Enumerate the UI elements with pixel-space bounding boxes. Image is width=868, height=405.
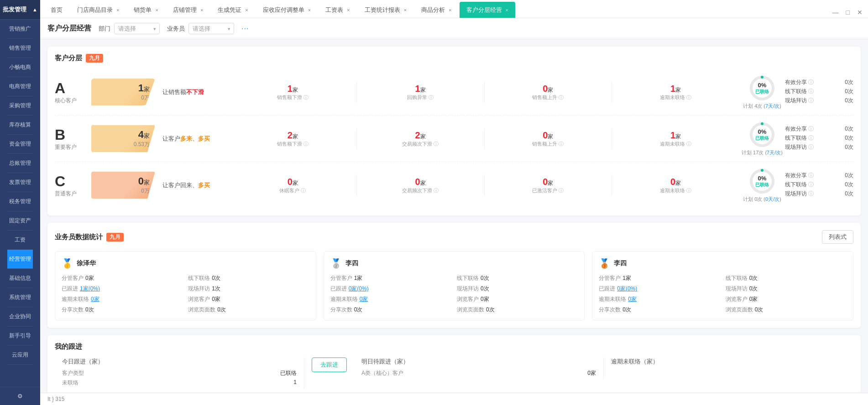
tab-首页[interactable]: 首页: [44, 2, 69, 18]
field-value: 0次: [481, 274, 489, 282]
right-stat-info-icon[interactable]: ⓘ: [808, 126, 814, 132]
field-value[interactable]: 0家: [360, 295, 368, 303]
sidebar-item-电商管理[interactable]: 电商管理: [7, 77, 33, 96]
stat-info-icon[interactable]: ⓘ: [434, 141, 439, 147]
stat-num-wrap: 0家: [488, 177, 608, 187]
ring-plan-link[interactable]: 7天/次: [765, 103, 779, 109]
stat-label: 回购异常 ⓘ: [361, 94, 481, 101]
tab-生成凭证[interactable]: 生成凭证×: [211, 2, 255, 18]
stat-info-icon[interactable]: ⓘ: [686, 94, 691, 101]
field-value: 0次: [212, 274, 220, 282]
sidebar-item-税务管理[interactable]: 税务管理: [7, 192, 33, 211]
field-value: 1家: [354, 274, 363, 282]
filter-dept-select[interactable]: 请选择: [114, 23, 160, 34]
tab-销货单[interactable]: 销货单×: [127, 2, 165, 18]
sidebar-item-总账管理[interactable]: 总账管理: [7, 154, 33, 173]
right-stat-info-icon[interactable]: ⓘ: [808, 190, 814, 197]
stat-info-icon[interactable]: ⓘ: [303, 94, 309, 101]
tab-close-门店商品目录[interactable]: ×: [116, 7, 119, 13]
tab-close-店铺管理[interactable]: ×: [200, 7, 203, 13]
stat-info-icon[interactable]: ⓘ: [434, 187, 439, 194]
right-stat-info-icon[interactable]: ⓘ: [808, 79, 814, 85]
field-value[interactable]: 1家(0%): [80, 285, 100, 293]
staff-field: 分管客户1家: [330, 274, 451, 282]
tab-maximize-btn[interactable]: □: [844, 7, 852, 18]
field-value[interactable]: 0家(0%): [617, 285, 637, 293]
tier-count-unit: 家: [144, 132, 150, 139]
sidebar-logo[interactable]: 批发管理 ▲: [0, 0, 40, 20]
stat-info-icon[interactable]: ⓘ: [559, 94, 564, 101]
field-value[interactable]: 0家(0%): [349, 285, 369, 293]
tab-商品分析[interactable]: 商品分析×: [414, 2, 458, 18]
list-view-btn[interactable]: 列表式: [822, 230, 853, 244]
tier-stat: 2家 销售额下滑 ⓘ: [229, 128, 357, 149]
field-label: 现场拜访: [188, 285, 210, 293]
sidebar-item-采购管理[interactable]: 采购管理: [7, 96, 33, 116]
sidebar-item-营销推广[interactable]: 营销推广: [7, 20, 33, 39]
tab-close-btn[interactable]: ✕: [855, 7, 864, 18]
staff-name-row: 🥇徐泽华: [62, 258, 309, 269]
right-stat-info-icon[interactable]: ⓘ: [808, 97, 814, 104]
sidebar-item-库存核算[interactable]: 库存核算: [7, 116, 33, 135]
ring-plan-link[interactable]: 7天/次: [767, 150, 781, 155]
right-stat-info-icon[interactable]: ⓘ: [808, 144, 814, 150]
stat-info-icon[interactable]: ⓘ: [559, 141, 564, 147]
sidebar-item-销售管理[interactable]: 销售管理: [7, 39, 33, 58]
stat-info-icon[interactable]: ⓘ: [686, 141, 691, 147]
tab-工资表[interactable]: 工资表×: [319, 2, 356, 18]
tier-stat: 1家 逾期未联络 ⓘ: [612, 128, 739, 149]
tab-close-工资统计报表[interactable]: ×: [404, 7, 407, 13]
stat-num-wrap: 1家: [616, 84, 736, 94]
sidebar-item-固定资产[interactable]: 固定资产: [7, 211, 33, 231]
tier-label-C: C普通客户: [55, 173, 91, 198]
field-value: 0次: [85, 306, 94, 314]
field-label: 线下联络: [188, 274, 210, 282]
filter-staff-select[interactable]: 请选择: [188, 23, 234, 34]
tab-店铺管理[interactable]: 店铺管理×: [166, 2, 210, 18]
right-stat-info-icon[interactable]: ⓘ: [808, 88, 814, 95]
stat-info-icon[interactable]: ⓘ: [303, 141, 309, 147]
tab-close-工资表[interactable]: ×: [347, 7, 350, 13]
tab-close-应收应付调整单[interactable]: ×: [308, 7, 311, 13]
stat-num-wrap: 0家: [488, 84, 608, 94]
tab-工资统计报表[interactable]: 工资统计报表×: [358, 2, 413, 18]
tab-门店商品目录[interactable]: 门店商品目录×: [70, 2, 126, 18]
tab-close-商品分析[interactable]: ×: [449, 7, 451, 13]
sidebar-item-企业协同[interactable]: 企业协同: [7, 307, 33, 326]
sidebar-item-发票管理[interactable]: 发票管理: [7, 173, 33, 192]
followup-go-btn[interactable]: 去跟进: [312, 358, 347, 372]
sidebar-item-经营管理[interactable]: 经营管理: [7, 250, 33, 269]
stat-info-icon[interactable]: ⓘ: [559, 187, 564, 194]
field-value: 0次: [622, 306, 631, 314]
stat-info-icon[interactable]: ⓘ: [301, 187, 306, 194]
right-stat-info-icon[interactable]: ⓘ: [808, 172, 814, 179]
tab-close-销货单[interactable]: ×: [155, 7, 158, 13]
sidebar-item-工资[interactable]: 工资: [7, 231, 33, 250]
staff-field: 浏览页面数0次: [457, 306, 578, 314]
right-stat-info-icon[interactable]: ⓘ: [808, 135, 814, 141]
sidebar-item-新手引导[interactable]: 新手引导: [7, 326, 33, 346]
tier-right-stats-A: 有效分享 ⓘ0次线下联络 ⓘ0次现场拜访 ⓘ0次: [785, 79, 853, 106]
tab-close-客户分层经营[interactable]: ×: [506, 7, 508, 13]
filter-more-btn[interactable]: ···: [241, 25, 249, 33]
staff-field: 浏览客户0家: [188, 295, 309, 303]
tab-minimize-btn[interactable]: —: [831, 7, 841, 18]
ring-plan-link[interactable]: 0天/次: [765, 196, 779, 202]
sidebar-item-资金管理[interactable]: 资金管理: [7, 135, 33, 154]
tier-count-unit: 家: [144, 179, 150, 186]
sidebar-item-系统管理[interactable]: 系统管理: [7, 288, 33, 307]
tab-客户分层经营[interactable]: 客户分层经营×: [460, 2, 515, 18]
stat-info-icon[interactable]: ⓘ: [686, 187, 691, 194]
ring-pct: 0%: [755, 128, 769, 135]
field-label: 逾期未联络: [330, 295, 358, 303]
field-value[interactable]: 0家: [628, 295, 637, 303]
sidebar-item-基础信息[interactable]: 基础信息: [7, 269, 33, 288]
tab-close-生成凭证[interactable]: ×: [245, 7, 248, 13]
sidebar-item-小畅电商[interactable]: 小畅电商: [7, 58, 33, 77]
sidebar-gear[interactable]: ⚙: [0, 387, 40, 405]
right-stat-info-icon[interactable]: ⓘ: [808, 181, 814, 188]
tab-应收应付调整单[interactable]: 应收应付调整单×: [256, 2, 318, 18]
field-value[interactable]: 0家: [91, 295, 99, 303]
sidebar-item-云应用[interactable]: 云应用: [7, 346, 33, 365]
stat-info-icon[interactable]: ⓘ: [429, 94, 434, 101]
